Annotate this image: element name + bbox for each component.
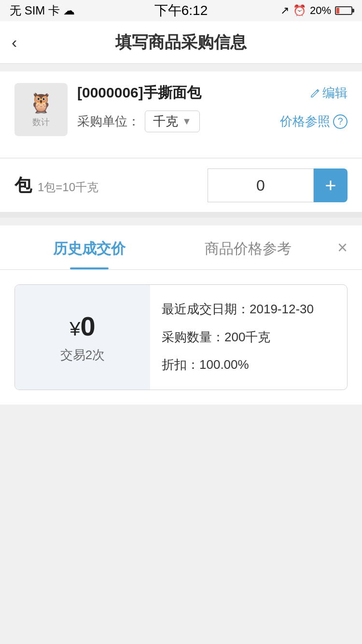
quantity-section: 包 1包=10千克 +: [0, 158, 362, 212]
price-right-panel: 最近成交日期：2019-12-30 采购数量：200千克 折扣：100.00%: [150, 285, 347, 390]
edit-icon: [310, 88, 320, 98]
tab-bar: 历史成交价 商品价格参考 ×: [0, 225, 362, 270]
quantity-unit: 包: [14, 174, 32, 197]
dropdown-arrow-icon: ▼: [182, 116, 192, 127]
latest-date-row: 最近成交日期：2019-12-30: [162, 299, 335, 320]
quantity-label: 包 1包=10千克: [14, 174, 98, 197]
location-icon: ↗: [280, 4, 289, 17]
battery-text: 20%: [310, 4, 331, 17]
help-icon: ?: [333, 114, 348, 129]
back-button[interactable]: ‹: [12, 33, 17, 52]
discount-row: 折扣：100.00%: [162, 355, 335, 375]
status-bar: 无 SIM 卡 ☁ 下午6:12 ↗ ⏰ 20%: [0, 0, 362, 21]
status-left: 无 SIM 卡 ☁: [10, 3, 75, 18]
quantity-conversion: 1包=10千克: [38, 180, 98, 195]
price-amount: ¥0: [70, 310, 95, 342]
quantity-input-group: +: [208, 168, 348, 202]
product-title-row: [0000006]手撕面包 编辑: [77, 83, 348, 103]
product-name: [0000006]手撕面包: [77, 83, 201, 103]
tab-section: 历史成交价 商品价格参考 × ¥0 交易2次 最近成交日期：2019-12-30…: [0, 225, 362, 405]
price-card: ¥0 交易2次 最近成交日期：2019-12-30 采购数量：200千克 折扣：…: [14, 284, 348, 390]
signal-text: 无 SIM 卡 ☁: [10, 3, 75, 18]
tab-product-price-ref[interactable]: 商品价格参考: [168, 225, 327, 269]
quantity-input[interactable]: [208, 168, 314, 202]
unit-label: 采购单位：: [77, 113, 140, 130]
edit-button[interactable]: 编辑: [310, 84, 348, 101]
price-transactions: 交易2次: [60, 347, 105, 364]
separator: [0, 212, 362, 218]
product-info: [0000006]手撕面包 编辑 采购单位： 千克 ▼ 价格参照 ?: [77, 83, 348, 132]
nav-bar: ‹ 填写商品采购信息: [0, 21, 362, 64]
price-ref-button[interactable]: 价格参照 ?: [280, 113, 348, 130]
quantity-plus-button[interactable]: +: [314, 168, 348, 202]
history-price-content: ¥0 交易2次 最近成交日期：2019-12-30 采购数量：200千克 折扣：…: [0, 270, 362, 405]
product-thumbnail-icon: 🦉: [29, 92, 53, 114]
status-time: 下午6:12: [154, 1, 208, 20]
tab-close-button[interactable]: ×: [328, 233, 352, 263]
product-thumbnail-label: 数计: [32, 116, 50, 128]
unit-row: 采购单位： 千克 ▼ 价格参照 ?: [77, 111, 348, 132]
alarm-icon: ⏰: [293, 4, 306, 17]
tab-history-price[interactable]: 历史成交价: [10, 225, 168, 269]
unit-select[interactable]: 千克 ▼: [145, 111, 200, 132]
purchase-qty-row: 采购数量：200千克: [162, 327, 335, 348]
product-header: 🦉 数计 [0000006]手撕面包 编辑 采购单位： 千克 ▼: [14, 83, 348, 136]
product-card: 🦉 数计 [0000006]手撕面包 编辑 采购单位： 千克 ▼: [0, 71, 362, 157]
price-left-panel: ¥0 交易2次: [15, 285, 150, 390]
battery-icon: [335, 6, 352, 15]
status-right: ↗ ⏰ 20%: [280, 4, 352, 17]
page-title: 填写商品采购信息: [115, 31, 247, 54]
product-image: 🦉 数计: [14, 83, 68, 136]
